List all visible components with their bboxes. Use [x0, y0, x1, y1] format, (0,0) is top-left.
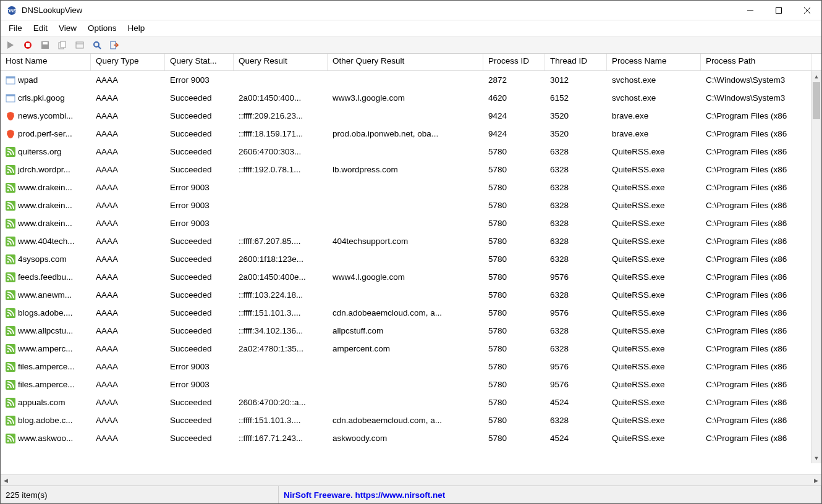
table-row[interactable]: appuals.comAAAASucceeded2606:4700:20::a.…: [1, 393, 821, 411]
listview[interactable]: Host Name Query Type Query Stat... Query…: [1, 54, 821, 474]
table-row[interactable]: 4sysops.comAAAASucceeded2600:1f18:123e..…: [1, 250, 821, 268]
cell-qtype: AAAA: [91, 434, 165, 443]
menu-edit[interactable]: Edit: [28, 22, 53, 34]
svg-rect-40: [6, 308, 15, 318]
col-other-query-result[interactable]: Other Query Result: [328, 54, 483, 70]
cell-qtype: AAAA: [91, 183, 165, 192]
play-icon[interactable]: [4, 39, 17, 51]
row-icon: [6, 165, 15, 175]
cell-tid: 6328: [545, 416, 607, 425]
table-row[interactable]: crls.pki.googAAAASucceeded2a00:1450:400.…: [1, 89, 821, 107]
cell-ppath: C:\Program Files (x86: [701, 201, 812, 210]
row-icon: [6, 183, 15, 193]
scroll-down-icon[interactable]: ▼: [811, 453, 821, 463]
copy-icon[interactable]: [56, 39, 69, 51]
exit-icon[interactable]: [108, 39, 121, 51]
table-row[interactable]: prod.perf-ser...AAAASucceeded::ffff:18.1…: [1, 125, 821, 143]
save-icon[interactable]: [39, 39, 51, 51]
cell-host: www.anewm...: [18, 290, 72, 300]
titlebar[interactable]: DNS DNSLookupView: [1, 1, 821, 20]
table-row[interactable]: www.amperc...AAAASucceeded2a02:4780:1:35…: [1, 340, 821, 358]
col-process-name[interactable]: Process Name: [607, 54, 701, 70]
table-row[interactable]: www.drakein...AAAAError 900357806328Quit…: [1, 214, 821, 232]
svg-point-23: [7, 153, 9, 155]
cell-ppath: C:\Program Files (x86: [701, 434, 812, 443]
cell-ppath: C:\Windows\System3: [701, 93, 812, 103]
table-row[interactable]: www.drakein...AAAAError 900357806328Quit…: [1, 178, 821, 196]
status-link[interactable]: NirSoft Freeware. https://www.nirsoft.ne…: [279, 486, 821, 503]
cell-host: news.ycombi...: [18, 111, 73, 120]
cell-result: ::ffff:103.224.18...: [234, 290, 328, 300]
table-row[interactable]: www.anewm...AAAASucceeded::ffff:103.224.…: [1, 286, 821, 304]
find-icon[interactable]: [91, 39, 103, 51]
stop-icon[interactable]: [22, 39, 34, 51]
menu-view[interactable]: View: [53, 22, 82, 34]
cell-tid: 9576: [545, 362, 607, 371]
col-query-status[interactable]: Query Stat...: [165, 54, 234, 70]
cell-other: www4.l.google.com: [328, 272, 483, 282]
cell-ppath: C:\Program Files (x86: [701, 398, 812, 407]
table-row[interactable]: blogs.adobe....AAAASucceeded::ffff:151.1…: [1, 304, 821, 322]
scroll-left-icon[interactable]: ◀: [1, 475, 11, 485]
cell-status: Error 9003: [165, 362, 234, 371]
table-row[interactable]: www.askwoo...AAAASucceeded::ffff:167.71.…: [1, 429, 821, 447]
table-row[interactable]: www.404tech...AAAASucceeded::ffff:67.207…: [1, 232, 821, 250]
table-row[interactable]: wpadAAAAError 900328723012svchost.exeC:\…: [1, 71, 821, 89]
cell-host: feeds.feedbu...: [18, 272, 73, 282]
row-icon: [6, 219, 15, 229]
svg-point-41: [7, 314, 9, 316]
table-row[interactable]: files.amperce...AAAAError 900357809576Qu…: [1, 358, 821, 376]
menu-options[interactable]: Options: [82, 22, 122, 34]
horizontal-scrollbar[interactable]: ◀ ▶: [1, 474, 821, 485]
table-row[interactable]: files.amperce...AAAAError 900357809576Qu…: [1, 376, 821, 393]
col-process-path[interactable]: Process Path: [701, 54, 812, 70]
col-host-name[interactable]: Host Name: [1, 54, 91, 70]
cell-other: cdn.adobeaemcloud.com, a...: [328, 416, 483, 425]
table-row[interactable]: feeds.feedbu...AAAASucceeded2a00:1450:40…: [1, 268, 821, 286]
cell-host: 4sysops.com: [18, 254, 67, 264]
cell-tid: 6152: [545, 93, 607, 103]
table-row[interactable]: jdrch.wordpr...AAAASucceeded::ffff:192.0…: [1, 161, 821, 178]
cell-host: appuals.com: [18, 398, 66, 407]
cell-other: prod.oba.iponweb.net, oba...: [328, 129, 483, 138]
table-row[interactable]: www.drakein...AAAAError 900357806328Quit…: [1, 196, 821, 214]
properties-icon[interactable]: [74, 39, 86, 51]
cell-result: 2a00:1450:400...: [234, 93, 328, 103]
cell-tid: 6328: [545, 344, 607, 353]
cell-tid: 9576: [545, 380, 607, 389]
col-process-id[interactable]: Process ID: [483, 54, 545, 70]
cell-pid: 5780: [483, 272, 545, 282]
scroll-up-icon[interactable]: ▲: [811, 71, 821, 82]
maximize-button[interactable]: [765, 1, 793, 20]
cell-qtype: AAAA: [91, 201, 165, 210]
col-query-result[interactable]: Query Result: [234, 54, 328, 70]
svg-rect-13: [76, 42, 83, 48]
menu-file[interactable]: File: [3, 22, 28, 34]
minimize-button[interactable]: [736, 1, 765, 20]
cell-pid: 5780: [483, 183, 545, 192]
svg-rect-52: [6, 416, 15, 426]
cell-pname: QuiteRSS.exe: [607, 434, 701, 443]
table-row[interactable]: blog.adobe.c...AAAASucceeded::ffff:151.1…: [1, 411, 821, 429]
cell-result: ::ffff:151.101.3....: [234, 416, 328, 425]
menu-help[interactable]: Help: [122, 22, 151, 34]
svg-point-33: [7, 243, 9, 245]
close-button[interactable]: [793, 1, 821, 20]
col-query-type[interactable]: Query Type: [91, 54, 165, 70]
scroll-right-icon[interactable]: ▶: [811, 475, 821, 485]
vertical-scrollbar[interactable]: ▲ ▼: [811, 71, 821, 463]
cell-pid: 5780: [483, 362, 545, 371]
cell-host: jdrch.wordpr...: [18, 165, 70, 174]
cell-pid: 5780: [483, 237, 545, 246]
row-icon: [6, 290, 15, 300]
svg-point-55: [7, 440, 9, 442]
table-row[interactable]: news.ycombi...AAAASucceeded::ffff:209.21…: [1, 107, 821, 125]
table-row[interactable]: www.allpcstu...AAAASucceeded::ffff:34.10…: [1, 322, 821, 340]
cell-pid: 9424: [483, 111, 545, 120]
cell-qtype: AAAA: [91, 344, 165, 353]
status-count: 225 item(s): [1, 486, 279, 503]
rows-container: wpadAAAAError 900328723012svchost.exeC:\…: [1, 71, 821, 474]
table-row[interactable]: quiterss.orgAAAASucceeded2606:4700:303..…: [1, 143, 821, 161]
scroll-thumb[interactable]: [813, 82, 820, 119]
col-thread-id[interactable]: Thread ID: [545, 54, 607, 70]
